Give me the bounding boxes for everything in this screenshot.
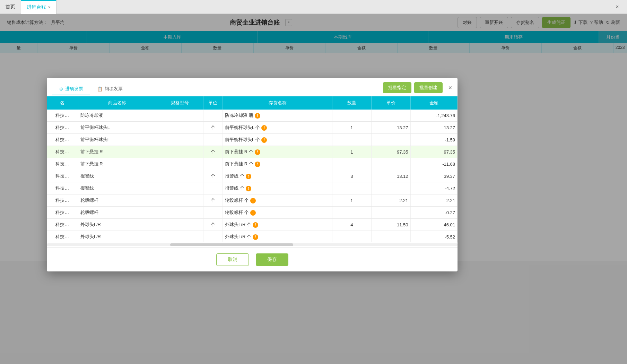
dialog-table-scroll[interactable]: 名 商品名称 规格型号 单位 存货名称 数量 单价 金额 科技… 防冻冷却液 防… xyxy=(47,96,458,242)
table-row: 科技… 外球头L/R 个 外球头L/R 个! 4 11.50 46.01 xyxy=(47,219,458,231)
cell-unit xyxy=(203,134,223,146)
cell-inventory: 防冻冷却液 瓶! xyxy=(223,110,332,122)
th-quantity: 数量 xyxy=(332,96,371,110)
cell-unit xyxy=(203,158,223,170)
horizontal-scrollbar[interactable] xyxy=(47,243,458,246)
cell-name: 科技… xyxy=(47,170,78,182)
dialog-tabs: ⊕ 进项发票 📋 销项发票 xyxy=(52,83,130,95)
table-row: 科技… 前下悬挂 R 个 前下悬挂 R 个! 1 97.35 97.35 xyxy=(47,146,458,158)
th-spec: 规格型号 xyxy=(156,96,203,110)
cell-spec xyxy=(156,170,203,182)
table-header-row: 名 商品名称 规格型号 单位 存货名称 数量 单价 金额 xyxy=(47,96,458,110)
batch-assign-button[interactable]: 批量指定 xyxy=(383,82,411,93)
cell-product: 前平衡杆球头L xyxy=(78,134,156,146)
cell-product: 轮毂螺杆 xyxy=(78,207,156,219)
cell-name: 科技… xyxy=(47,231,78,242)
cell-inventory: 外球头L/R 个! xyxy=(223,231,332,242)
dialog-header-actions: 批量指定 批量创建 × xyxy=(383,82,452,96)
cell-product: 报警线 xyxy=(78,182,156,194)
cell-price: 11.50 xyxy=(371,219,410,231)
cell-quantity: 4 xyxy=(332,219,371,231)
cell-inventory: 报警线 个! xyxy=(223,170,332,182)
cell-spec xyxy=(156,231,203,242)
tab-bar: 首页 进销台账 × × xyxy=(0,0,627,14)
cell-amount: 46.01 xyxy=(410,219,457,231)
cell-unit: 个 xyxy=(203,194,223,207)
cell-quantity xyxy=(332,182,371,194)
cell-amount: -0.27 xyxy=(410,207,457,219)
warn-icon: ! xyxy=(246,174,251,179)
cell-amount: -5.52 xyxy=(410,231,457,242)
cell-name: 科技… xyxy=(47,158,78,170)
cell-name: 科技… xyxy=(47,182,78,194)
cell-quantity: 1 xyxy=(332,122,371,134)
cell-quantity: 3 xyxy=(332,170,371,182)
tab-home-label: 首页 xyxy=(6,4,15,10)
cell-spec xyxy=(156,146,203,158)
cell-name: 科技… xyxy=(47,110,78,122)
invoice-tbody: 科技… 防冻冷却液 防冻冷却液 瓶! -1,243.76 科技… 前平衡杆球头L… xyxy=(47,110,458,242)
cell-spec xyxy=(156,207,203,219)
cell-price: 97.35 xyxy=(371,146,410,158)
cell-quantity xyxy=(332,134,371,146)
tab-ledger-close[interactable]: × xyxy=(48,5,51,10)
warn-icon: ! xyxy=(246,186,251,191)
cell-quantity xyxy=(332,231,371,242)
cell-inventory: 外球头L/R 个! xyxy=(223,219,332,231)
cell-name: 科技… xyxy=(47,207,78,219)
warn-icon: ! xyxy=(255,162,260,167)
dialog-header: ⊕ 进项发票 📋 销项发票 批量指定 批量创建 × xyxy=(47,78,458,96)
cancel-button[interactable]: 取消 xyxy=(216,253,249,266)
warn-icon: ! xyxy=(255,149,260,155)
global-close-button[interactable]: × xyxy=(613,3,621,11)
cell-inventory: 前平衡杆球头L 个! xyxy=(223,134,332,146)
dialog-footer: 取消 保存 xyxy=(47,248,458,271)
cell-amount: 97.35 xyxy=(410,146,457,158)
save-button[interactable]: 保存 xyxy=(256,253,288,266)
batch-create-button[interactable]: 批量创建 xyxy=(414,82,443,93)
cell-price xyxy=(371,110,410,122)
cell-spec xyxy=(156,182,203,194)
cell-unit xyxy=(203,182,223,194)
th-name: 名 xyxy=(47,96,78,110)
table-row: 科技… 轮毂螺杆 轮毂螺杆 个! -0.27 xyxy=(47,207,458,219)
cell-spec xyxy=(156,110,203,122)
cell-product: 防冻冷却液 xyxy=(78,110,156,122)
cell-amount: -1,243.76 xyxy=(410,110,457,122)
cell-price xyxy=(371,231,410,242)
tab-ledger[interactable]: 进销台账 × xyxy=(21,0,56,14)
cell-amount: -4.72 xyxy=(410,182,457,194)
cell-product: 轮毂螺杆 xyxy=(78,194,156,207)
th-product: 商品名称 xyxy=(78,96,156,110)
cell-spec xyxy=(156,219,203,231)
cell-product: 前平衡杆球头L xyxy=(78,122,156,134)
sales-tab-icon: 📋 xyxy=(97,86,103,92)
cell-spec xyxy=(156,158,203,170)
cell-amount: -11.68 xyxy=(410,158,457,170)
table-row: 科技… 前平衡杆球头L 个 前平衡杆球头L 个! 1 13.27 13.27 xyxy=(47,122,458,134)
cell-unit: 个 xyxy=(203,122,223,134)
cell-quantity xyxy=(332,158,371,170)
table-row: 科技… 前下悬挂 R 前下悬挂 R 个! -11.68 xyxy=(47,158,458,170)
cell-quantity: 1 xyxy=(332,146,371,158)
dialog-close-button[interactable]: × xyxy=(448,85,452,91)
cell-spec xyxy=(156,194,203,207)
table-row: 科技… 外球头L/R 外球头L/R 个! -5.52 xyxy=(47,231,458,242)
table-row: 科技… 报警线 个 报警线 个! 3 13.12 39.37 xyxy=(47,170,458,182)
cell-name: 科技… xyxy=(47,122,78,134)
cell-unit xyxy=(203,110,223,122)
warn-icon: ! xyxy=(261,125,267,131)
cell-name: 科技… xyxy=(47,146,78,158)
tab-purchase-invoice[interactable]: ⊕ 进项发票 xyxy=(52,83,90,95)
cell-inventory: 轮毂螺杆 个! xyxy=(223,194,332,207)
warn-icon: ! xyxy=(253,222,258,228)
cell-product: 外球头L/R xyxy=(78,219,156,231)
tab-home[interactable]: 首页 xyxy=(0,0,21,14)
th-inventory: 存货名称 xyxy=(223,96,332,110)
main-area: 销售成本计算方法： 月平均 商贸企业进销台账 ≡ 对账 重新开账 存货别名 生成… xyxy=(0,14,627,364)
cell-price xyxy=(371,182,410,194)
cell-price xyxy=(371,158,410,170)
table-row: 科技… 报警线 报警线 个! -4.72 xyxy=(47,182,458,194)
th-price: 单价 xyxy=(371,96,410,110)
tab-sales-invoice[interactable]: 📋 销项发票 xyxy=(90,83,130,95)
